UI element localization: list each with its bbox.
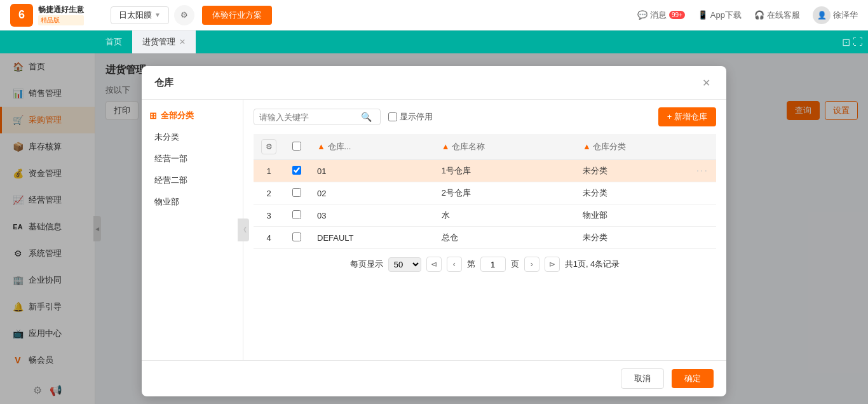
row-checkbox[interactable]	[292, 166, 301, 175]
messages-button[interactable]: 💬 消息 99+	[637, 10, 685, 21]
user-menu[interactable]: 👤 徐泽华	[813, 6, 858, 24]
row-actions-menu[interactable]: ···	[696, 165, 709, 177]
row-checkbox-cell[interactable]	[284, 227, 309, 249]
row-checkbox-cell[interactable]	[284, 205, 309, 227]
row-checkbox[interactable]	[292, 188, 301, 197]
row-category: 未分类	[575, 182, 716, 205]
table-row[interactable]: 2 02 2号仓库 未分类	[254, 182, 716, 205]
settings-col-header: ⚙	[254, 134, 284, 160]
restore-icon[interactable]: ⊡	[842, 36, 850, 48]
nav-tabs: 首页 进货管理 ✕ ⊡ ⛶	[0, 30, 868, 53]
tab-home[interactable]: 首页	[95, 30, 132, 53]
modal-title: 仓库	[154, 77, 173, 89]
message-badge: 99+	[669, 11, 685, 19]
row-checkbox-cell[interactable]	[284, 182, 309, 205]
row-code: DEFAULT	[309, 227, 434, 249]
category-item-3[interactable]: 物业部	[142, 191, 243, 213]
table-row[interactable]: 1 01 1号仓库 未分类 ···	[254, 160, 716, 182]
category-collapse-button[interactable]: 《	[238, 219, 249, 241]
row-checkbox-cell[interactable]	[284, 160, 309, 182]
header-right: 💬 消息 99+ 📱 App下载 🎧 在线客服 👤 徐泽华	[637, 6, 858, 24]
modal-body: ⊞ 全部分类 未分类 经营一部 经营二部 物业部 《 🔍	[142, 100, 726, 360]
pagination: 每页显示 50 100 ⊲ ‹ 第 页 › ⊳ 共1页, 4条记录	[254, 249, 716, 274]
row-code: 01	[309, 160, 434, 182]
table-row[interactable]: 3 03 水 物业部	[254, 205, 716, 227]
search-icon[interactable]: 🔍	[361, 112, 372, 122]
prev-page-button[interactable]: ‹	[447, 257, 462, 272]
all-categories-item[interactable]: ⊞ 全部分类	[142, 105, 243, 126]
phone-icon: 📱	[698, 10, 708, 20]
tab-purchase[interactable]: 进货管理 ✕	[132, 30, 196, 53]
show-disabled-checkbox[interactable]	[388, 112, 397, 121]
table-area: 🔍 显示停用 + 新增仓库 ⚙	[243, 100, 726, 360]
code-col-header: ▲ 仓库...	[309, 134, 434, 160]
row-checkbox[interactable]	[292, 232, 301, 241]
grid-icon: ⊞	[149, 111, 157, 121]
warehouse-modal: 仓库 ✕ ⊞ 全部分类 未分类 经营一部 经营二部 物业部 《	[142, 66, 726, 396]
warehouse-table: ⚙ ▲ 仓库... ▲ 仓库名称	[254, 134, 716, 249]
modal-overlay: 仓库 ✕ ⊞ 全部分类 未分类 经营一部 经营二部 物业部 《	[0, 53, 868, 404]
row-index: 4	[254, 227, 284, 249]
category-item-0[interactable]: 未分类	[142, 126, 243, 148]
row-index: 1	[254, 160, 284, 182]
message-icon: 💬	[637, 10, 648, 20]
row-category: 未分类	[575, 227, 716, 249]
close-icon[interactable]: ✕	[179, 37, 186, 46]
category-col-header: ▲ 仓库分类	[575, 134, 716, 160]
table-row[interactable]: 4 DEFAULT 总仓 未分类	[254, 227, 716, 249]
column-settings-button[interactable]: ⚙	[261, 139, 276, 154]
category-item-2[interactable]: 经营二部	[142, 170, 243, 191]
show-disabled-checkbox-area: 显示停用	[388, 111, 433, 123]
page-input[interactable]	[480, 257, 506, 272]
modal-header: 仓库 ✕	[142, 66, 726, 100]
top-header: 6 畅捷通好生意 精品版 日太阳膜 ▼ ⚙ 体验行业方案 💬 消息 99+ 📱 …	[0, 0, 868, 30]
row-category: 未分类 ···	[575, 160, 716, 182]
settings-icon[interactable]: ⚙	[174, 5, 194, 25]
row-name: 1号仓库	[434, 160, 575, 182]
first-page-button[interactable]: ⊲	[426, 257, 442, 272]
row-checkbox[interactable]	[292, 210, 301, 219]
expand-icon[interactable]: ⛶	[853, 36, 863, 48]
app-download-button[interactable]: 📱 App下载	[698, 10, 742, 21]
table-toolbar: 🔍 显示停用 + 新增仓库	[254, 107, 716, 126]
headset-icon: 🎧	[754, 10, 764, 20]
category-sidebar: ⊞ 全部分类 未分类 经营一部 经营二部 物业部 《	[142, 100, 243, 360]
row-category: 物业部	[575, 205, 716, 227]
row-name: 总仓	[434, 227, 575, 249]
chevron-down-icon: ▼	[154, 11, 161, 18]
row-index: 3	[254, 205, 284, 227]
customer-service-button[interactable]: 🎧 在线客服	[754, 10, 800, 21]
trial-button[interactable]: 体验行业方案	[202, 6, 272, 25]
category-item-1[interactable]: 经营一部	[142, 148, 243, 170]
search-box: 🔍	[254, 109, 381, 125]
logo-text: 畅捷通好生意 精品版	[38, 4, 84, 25]
logo-area: 6 畅捷通好生意 精品版	[10, 4, 105, 27]
row-name: 水	[434, 205, 575, 227]
sort-icon-cat: ▲	[583, 142, 591, 151]
sort-icon: ▲	[317, 142, 325, 151]
search-input[interactable]	[259, 112, 361, 122]
add-warehouse-button[interactable]: + 新增仓库	[658, 107, 716, 126]
select-all-checkbox[interactable]	[292, 142, 301, 151]
row-name: 2号仓库	[434, 182, 575, 205]
next-page-button[interactable]: ›	[524, 257, 539, 272]
page-size-select[interactable]: 50 100	[388, 257, 421, 272]
last-page-button[interactable]: ⊳	[545, 257, 560, 272]
modal-close-button[interactable]: ✕	[698, 75, 714, 90]
row-index: 2	[254, 182, 284, 205]
row-code: 03	[309, 205, 434, 227]
chevron-left-icon: 《	[240, 226, 247, 234]
sort-icon-name: ▲	[442, 142, 450, 151]
store-selector[interactable]: 日太阳膜 ▼	[111, 6, 169, 24]
row-code: 02	[309, 182, 434, 205]
avatar: 👤	[813, 6, 831, 24]
logo-icon: 6	[10, 4, 33, 27]
checkbox-col-header	[284, 134, 309, 160]
name-col-header: ▲ 仓库名称	[434, 134, 575, 160]
cancel-button[interactable]: 取消	[621, 368, 664, 389]
confirm-button[interactable]: 确定	[672, 369, 714, 388]
modal-footer: 取消 确定	[142, 360, 726, 396]
